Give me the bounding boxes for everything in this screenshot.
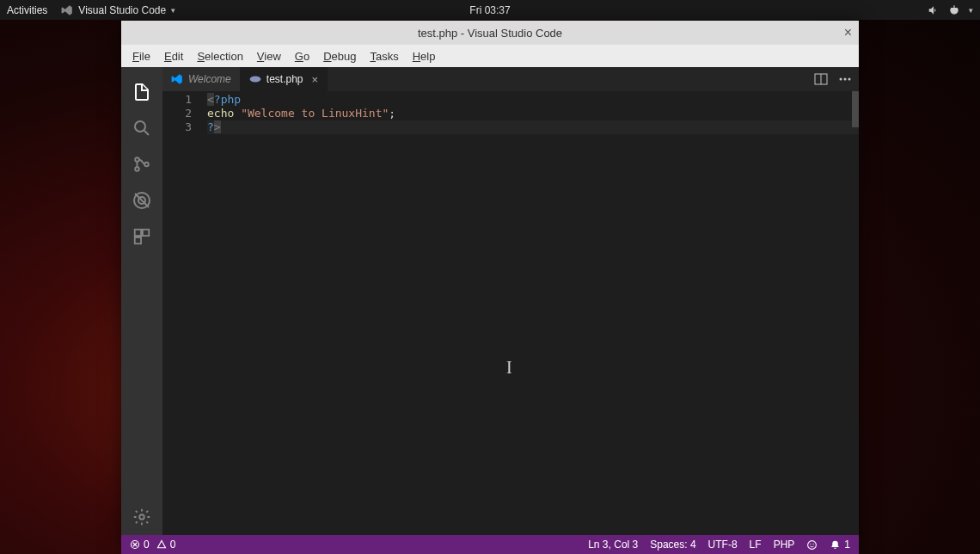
- svg-point-0: [135, 121, 145, 132]
- main-area: Welcome test.php ×: [121, 67, 859, 535]
- menu-tasks[interactable]: Tasks: [364, 48, 404, 65]
- svg-point-14: [848, 78, 851, 81]
- svg-point-12: [840, 78, 842, 81]
- line-number: 2: [162, 107, 207, 120]
- status-feedback-icon[interactable]: [806, 539, 818, 551]
- status-notifications[interactable]: 1: [830, 539, 850, 551]
- svg-point-10: [249, 77, 260, 83]
- svg-point-1: [135, 157, 139, 162]
- vscode-window: test.php - Visual Studio Code × File Edi…: [121, 21, 859, 554]
- tab-label: Welcome: [188, 73, 231, 85]
- line-number: 3: [162, 120, 207, 134]
- status-errors[interactable]: 0: [130, 539, 150, 551]
- status-warnings-count: 0: [170, 539, 176, 551]
- svg-point-3: [144, 163, 149, 167]
- dropdown-icon: ▾: [171, 6, 175, 15]
- window-title-bar: test.php - Visual Studio Code ×: [121, 21, 859, 45]
- status-language[interactable]: PHP: [774, 539, 795, 551]
- code-token: >: [214, 120, 221, 133]
- editor-tabs: Welcome test.php ×: [162, 67, 859, 91]
- svg-point-13: [844, 78, 847, 81]
- menu-selection[interactable]: Selection: [191, 48, 248, 65]
- system-menu-dropdown-icon[interactable]: ▾: [969, 6, 973, 15]
- svg-rect-6: [135, 230, 141, 236]
- activities-button[interactable]: Activities: [7, 4, 47, 16]
- code-token: ?: [207, 120, 214, 133]
- window-title: test.php - Visual Studio Code: [418, 27, 562, 40]
- power-icon[interactable]: [948, 4, 960, 16]
- code-body[interactable]: <?php echo "Welcome to LinuxHint"; ?>: [207, 91, 859, 535]
- menu-view[interactable]: View: [251, 48, 287, 65]
- bell-icon: [830, 539, 841, 551]
- tab-label: test.php: [266, 73, 303, 85]
- menu-debug[interactable]: Debug: [317, 48, 362, 65]
- activity-search-icon[interactable]: [121, 110, 162, 146]
- code-token: ;: [389, 107, 395, 120]
- menu-help[interactable]: Help: [407, 48, 442, 65]
- vscode-icon: [171, 73, 183, 85]
- more-actions-icon[interactable]: [838, 72, 852, 86]
- warning-icon: [156, 539, 167, 550]
- code-editor[interactable]: 1 2 3 <?php echo "Welcome to LinuxHint";…: [162, 91, 859, 535]
- system-clock[interactable]: Fri 03:37: [469, 4, 510, 16]
- menu-bar: File Edit Selection View Go Debug Tasks …: [121, 45, 859, 67]
- line-number: 1: [162, 93, 207, 107]
- php-icon: [249, 73, 261, 85]
- vscode-icon: [61, 4, 73, 16]
- tab-close-button[interactable]: ×: [312, 73, 319, 86]
- code-token: ?php: [214, 93, 241, 106]
- svg-point-2: [135, 167, 139, 171]
- tab-welcome[interactable]: Welcome: [162, 67, 241, 91]
- status-cursor-position[interactable]: Ln 3, Col 3: [588, 539, 638, 551]
- editor-area: Welcome test.php ×: [162, 67, 859, 535]
- volume-icon[interactable]: [928, 4, 940, 16]
- svg-point-17: [811, 543, 812, 544]
- status-errors-count: 0: [144, 539, 150, 551]
- status-indentation[interactable]: Spaces: 4: [650, 539, 695, 551]
- activity-debug-icon[interactable]: [121, 182, 162, 219]
- activity-bar: [121, 67, 162, 535]
- status-bar: 0 0 Ln 3, Col 3 Spaces: 4 UTF-8 LF PHP 1: [121, 535, 859, 554]
- system-top-bar: Activities Visual Studio Code ▾ Fri 03:3…: [0, 0, 980, 20]
- app-menu-label: Visual Studio Code: [78, 4, 166, 16]
- error-icon: [130, 539, 140, 550]
- activity-extensions-icon[interactable]: [121, 219, 162, 255]
- svg-point-9: [139, 514, 144, 520]
- code-token: echo: [207, 107, 241, 120]
- menu-edit[interactable]: Edit: [158, 48, 189, 65]
- status-notifications-count: 1: [844, 539, 850, 551]
- svg-rect-8: [135, 237, 141, 243]
- menu-file[interactable]: File: [126, 48, 156, 65]
- svg-point-16: [808, 540, 817, 549]
- code-token: "Welcome to LinuxHint": [241, 107, 389, 120]
- scrollbar-vertical[interactable]: [852, 91, 859, 127]
- activity-explorer-icon[interactable]: [121, 74, 162, 110]
- svg-rect-7: [143, 230, 149, 236]
- text-cursor-icon: I: [506, 358, 512, 378]
- app-menu[interactable]: Visual Studio Code ▾: [61, 4, 175, 16]
- status-warnings[interactable]: 0: [156, 539, 176, 551]
- tab-test-php[interactable]: test.php ×: [241, 67, 328, 91]
- code-token: <: [207, 93, 214, 106]
- status-encoding[interactable]: UTF-8: [708, 539, 738, 551]
- activity-scm-icon[interactable]: [121, 146, 162, 182]
- line-gutter: 1 2 3: [162, 91, 207, 535]
- split-editor-icon[interactable]: [814, 72, 828, 86]
- status-eol[interactable]: LF: [750, 539, 762, 551]
- menu-go[interactable]: Go: [289, 48, 315, 65]
- svg-point-18: [813, 543, 814, 544]
- window-close-button[interactable]: ×: [844, 25, 852, 40]
- activity-settings-icon[interactable]: [121, 499, 162, 535]
